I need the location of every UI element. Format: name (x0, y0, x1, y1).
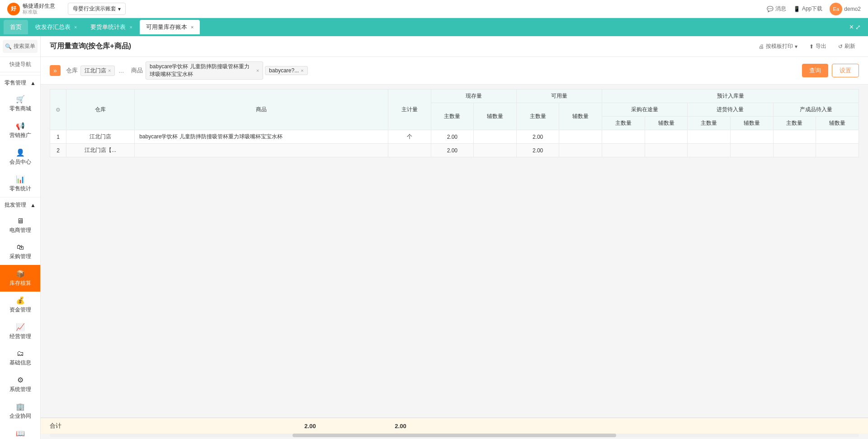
message-icon: 💬 (767, 6, 774, 12)
row-incoming-aux (730, 144, 773, 157)
query-btn[interactable]: 查询 (802, 64, 828, 77)
row-production-aux (816, 144, 859, 157)
chevron-down-icon: ▾ (118, 6, 121, 12)
tab-order[interactable]: 要货单统计表 × (84, 20, 138, 34)
sidebar-item-operations[interactable]: 📈 经营管理 (0, 318, 40, 345)
product-tag-0[interactable]: babycare学饮杯 儿童防摔防撞吸管杯重力球吸嘴杯宝宝水杯 × (146, 61, 263, 80)
row-num: 1 (50, 130, 66, 144)
th-current-aux-qty: 辅数量 (474, 103, 517, 130)
expand-icon: ⤢ (855, 24, 861, 31)
top-bar-right: 💬 消息 📱 App下载 Ea demo2 (767, 3, 861, 15)
row-purchase-aux (645, 144, 688, 157)
refresh-btn[interactable]: ↺ 刷新 (835, 41, 859, 52)
filter-actions: 查询 设置 (802, 64, 859, 77)
page-header-actions: 🖨 按模板打印 ▾ ⬆ 导出 ↺ 刷新 (755, 41, 859, 52)
operations-icon: 📈 (16, 323, 25, 331)
page-header: 可用量查询(按仓库+商品) 🖨 按模板打印 ▾ ⬆ 导出 ↺ 刷新 (41, 36, 868, 57)
row-available-aux (559, 144, 602, 157)
sidebar-search-area: 🔍 搜索菜单 (0, 36, 40, 57)
row-production-main (773, 130, 816, 144)
sidebar-item-system[interactable]: ⚙ 系统管理 (0, 371, 40, 398)
member-icon: 👤 (16, 148, 25, 157)
sidebar-item-wholesale[interactable]: 批发管理 ▲ (0, 197, 40, 212)
sidebar-item-finance[interactable]: 💰 资金管理 (0, 292, 40, 318)
filter-expand-btn[interactable]: » (50, 65, 61, 76)
product-label: 商品 (131, 66, 143, 75)
top-bar-left: 好 畅捷通好生意 标准版 母婴行业演示账套 ▾ (7, 3, 126, 15)
settings-btn[interactable]: 设置 (832, 64, 859, 77)
sidebar-item-enterprise[interactable]: 🏢 企业协同 (0, 398, 40, 425)
tab-inventory[interactable]: 可用量库存账本 × (140, 20, 200, 34)
th-incoming-main: 主数量 (688, 117, 731, 130)
page-title: 可用量查询(按仓库+商品) (50, 42, 131, 51)
row-warehouse: 江北门店【... (66, 144, 135, 157)
sidebar-item-retail-stats[interactable]: 📊 零售统计 (0, 170, 40, 197)
product-tag-1[interactable]: babycare?... × (265, 66, 307, 75)
phone-icon: 📱 (793, 6, 800, 12)
sidebar-item-ecommerce[interactable]: 🖥 电商管理 (0, 212, 40, 239)
th-settings[interactable]: ⚙ (50, 90, 66, 130)
close-all-tabs-btn[interactable]: × ⤢ (846, 23, 864, 31)
row-current-main: 2.00 (431, 130, 474, 144)
sidebar-item-marketing[interactable]: 📢 营销推广 (0, 117, 40, 144)
sidebar-item-basic[interactable]: 🗂 基础信息 (0, 345, 40, 371)
sidebar-item-purchase[interactable]: 🛍 采购管理 (0, 239, 40, 265)
print-btn[interactable]: 🖨 按模板打印 ▾ (755, 41, 801, 52)
marketing-icon: 📢 (16, 122, 25, 130)
row-production-aux (816, 130, 859, 144)
close-all-icon: × (849, 23, 854, 31)
tab-home[interactable]: 首页 (4, 20, 28, 34)
app-download-action[interactable]: 📱 App下载 (793, 5, 822, 13)
sidebar-quick-nav[interactable]: 快捷导航 (0, 57, 40, 72)
row-available-aux (559, 130, 602, 144)
row-purchase-main (602, 144, 645, 157)
row-current-aux (474, 130, 517, 144)
printer-icon: 🖨 (759, 43, 764, 50)
footer-current-main: 2.00 (288, 423, 333, 430)
gear-icon: ⚙ (56, 107, 61, 113)
close-icon[interactable]: × (129, 24, 132, 30)
table-row: 2 江北门店【... 2.00 2.00 (50, 144, 859, 157)
sidebar-item-member-center[interactable]: 👤 会员中心 (0, 144, 40, 170)
th-incoming: 进货待入量 (688, 103, 773, 117)
row-main-unit (388, 144, 431, 157)
search-menu-btn[interactable]: 🔍 搜索菜单 (3, 40, 38, 53)
row-available-main: 2.00 (516, 130, 559, 144)
row-current-aux (474, 144, 517, 157)
sidebar-item-newbie[interactable]: 📖 新手引导 (0, 425, 40, 439)
content-area: 可用量查询(按仓库+商品) 🖨 按模板打印 ▾ ⬆ 导出 ↺ 刷新 (41, 36, 868, 439)
warehouse-tag-0[interactable]: 江北门店 × (80, 66, 115, 76)
sidebar-item-inventory[interactable]: 📦 库存核算 (0, 265, 40, 292)
row-product: babycare学饮杯 儿童防摔防撞吸管杯重力球吸嘴杯宝宝水杯 (135, 130, 388, 144)
tag-close-icon[interactable]: × (301, 68, 303, 73)
nav-tabs: 首页 收发存汇总表 × 要货单统计表 × 可用量库存账本 × × ⤢ (0, 18, 868, 36)
row-product (135, 144, 388, 157)
th-product: 商品 (135, 90, 388, 130)
avatar: Ea (830, 3, 842, 15)
more-warehouse-btn[interactable]: ... (117, 67, 126, 74)
logo: 好 畅捷通好生意 标准版 (7, 3, 55, 15)
th-current-stock: 现存量 (431, 90, 516, 103)
table-row: 1 江北门店 babycare学饮杯 儿童防摔防撞吸管杯重力球吸嘴杯宝宝水杯 个… (50, 130, 859, 144)
row-purchase-aux (645, 130, 688, 144)
template-selector[interactable]: 母婴行业演示账套 ▾ (68, 3, 126, 15)
export-btn[interactable]: ⬆ 导出 (806, 41, 830, 52)
scroll-thumb[interactable] (292, 434, 616, 437)
sidebar-item-retail[interactable]: 零售管理 ▲ (0, 75, 40, 90)
user-action[interactable]: Ea demo2 (830, 3, 861, 15)
message-action[interactable]: 💬 消息 (767, 5, 786, 13)
th-production-main: 主数量 (773, 117, 816, 130)
tab-receive[interactable]: 收发存汇总表 × (29, 20, 83, 34)
footer-available-main: 2.00 (378, 423, 423, 430)
close-icon[interactable]: × (74, 24, 77, 30)
close-icon[interactable]: × (191, 24, 193, 30)
th-production-aux: 辅数量 (816, 117, 859, 130)
sidebar-item-retail-mall[interactable]: 🛒 零售商城 (0, 90, 40, 117)
chevron-down-icon: ▾ (795, 43, 797, 50)
tag-close-icon[interactable]: × (108, 68, 111, 73)
th-expected-in: 预计入库量 (602, 90, 859, 103)
tag-close-icon[interactable]: × (256, 68, 259, 73)
product-tags: babycare学饮杯 儿童防摔防撞吸管杯重力球吸嘴杯宝宝水杯 × babyca… (146, 61, 307, 80)
row-num: 2 (50, 144, 66, 157)
main-layout: 🔍 搜索菜单 快捷导航 零售管理 ▲ 🛒 零售商城 📢 营销推广 👤 会员中心 (0, 36, 868, 439)
